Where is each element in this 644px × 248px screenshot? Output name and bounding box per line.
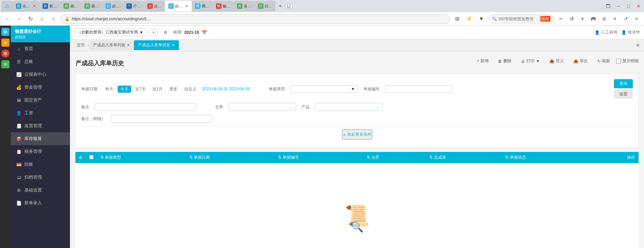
forward-button[interactable]: → bbox=[14, 14, 24, 24]
search-input[interactable] bbox=[498, 17, 539, 21]
more-icon[interactable]: ≡ bbox=[632, 14, 641, 24]
company-select[interactable]: （勿删勿禁用）江西服宝测试专用 ▼ bbox=[74, 28, 146, 36]
address-input[interactable]: 🔒 https://cloud.chanjet.com/accounting/u… bbox=[60, 14, 450, 24]
warehouse-dots[interactable]: … bbox=[288, 104, 293, 110]
th-number[interactable]: ⇅ 单据编号 bbox=[275, 152, 363, 163]
import-button[interactable]: 📥 导入 bbox=[546, 57, 567, 65]
th-total-cost[interactable]: ⇅ 总成本 bbox=[426, 152, 502, 163]
sidebar-item-archive[interactable]: 🗂 归档管理 bbox=[11, 171, 70, 184]
sidebar-item-inventory[interactable]: 📦 库存核算 bbox=[11, 132, 70, 145]
user-service-button[interactable]: 👤 人工咨询 bbox=[595, 29, 617, 35]
panel-close-button[interactable]: ✕ bbox=[636, 43, 640, 48]
date-btn-7days[interactable]: 近7天 bbox=[133, 86, 148, 93]
dropdown-button[interactable]: ▼ bbox=[477, 14, 486, 24]
th-date[interactable]: ⇅ 单据日期 bbox=[186, 152, 275, 163]
browser-tab-10[interactable]: 畅 畅… bbox=[213, 1, 234, 12]
note-filter-input[interactable] bbox=[95, 103, 196, 111]
browser-tab-1[interactable]: 在 在… ✕ bbox=[13, 1, 39, 12]
breadcrumb-tab-history[interactable]: 产成品入库单历史 ✕ bbox=[134, 40, 179, 50]
th-warehouse[interactable]: ⇅ 仓库 bbox=[363, 152, 426, 163]
sun-icon[interactable]: ☀ bbox=[610, 14, 620, 24]
browser-tab-5[interactable]: 好 好… bbox=[102, 1, 123, 12]
number-filter-input[interactable] bbox=[385, 85, 453, 93]
browser-tab-4[interactable]: 易 易… bbox=[81, 1, 102, 12]
breadcrumb-home[interactable]: 首页 bbox=[74, 42, 88, 48]
select-all-checkbox[interactable] bbox=[89, 155, 94, 159]
sidebar-item-salary[interactable]: 👤 工资 bbox=[11, 107, 70, 119]
sidebar-item-ledger[interactable]: ☰ 总账 bbox=[11, 55, 70, 68]
sidebar-item-report[interactable]: 📈 云报表中心 bbox=[11, 68, 70, 81]
product-filter-select[interactable]: … bbox=[315, 103, 383, 111]
maximize-button[interactable]: □ bbox=[624, 2, 633, 10]
sidebar-item-home[interactable]: ⌂ 首页 bbox=[11, 42, 70, 55]
browser-tab-8-active[interactable]: 好 好… ✕ bbox=[165, 1, 192, 12]
undo-icon[interactable]: ↺ bbox=[621, 14, 630, 24]
browser-tab-2[interactable]: 新 新… bbox=[39, 1, 60, 12]
calendar-icon[interactable]: 📅 bbox=[202, 30, 207, 35]
browser-tab-circle[interactable]: ⊙ bbox=[1, 1, 13, 12]
refresh-button[interactable]: ↻ 刷新 bbox=[594, 57, 614, 65]
date-btn-today[interactable]: 今天 bbox=[118, 86, 131, 93]
browser-tab-3[interactable]: 易 易… bbox=[60, 1, 81, 12]
browser-tab-12[interactable]: 目 目… bbox=[255, 1, 276, 12]
sidebar-item-checkout[interactable]: 💳 结账 bbox=[11, 158, 70, 171]
lightning-button[interactable]: ⚡ bbox=[464, 14, 474, 24]
add-company-button[interactable]: + bbox=[149, 29, 158, 36]
tab-close-8[interactable]: ✕ bbox=[185, 4, 188, 8]
app-icon-weibo[interactable]: 微 bbox=[1, 49, 9, 58]
restore-button[interactable]: 🗔 bbox=[604, 2, 612, 10]
game-icon[interactable]: 🎮 bbox=[589, 14, 598, 24]
app-icon-star[interactable]: ★ bbox=[1, 39, 9, 47]
th-status[interactable]: ⇅ 单据状态 bbox=[502, 152, 591, 163]
translate-icon[interactable]: 译 bbox=[567, 14, 576, 24]
date-btn-custom[interactable]: 自定义 bbox=[182, 86, 199, 93]
bc-tab-history-close[interactable]: ✕ bbox=[172, 43, 175, 47]
th-type[interactable]: ⇅ 单据类型 bbox=[97, 152, 186, 163]
date-btn-more[interactable]: 更多 bbox=[167, 86, 180, 93]
browser-tab-9[interactable]: 腾 腾… bbox=[192, 1, 213, 12]
app-icon-changjie[interactable]: 畅 bbox=[1, 28, 9, 36]
sidebar-item-fixed[interactable]: 🏛 固定资产 bbox=[11, 94, 70, 107]
collapse-button[interactable]: ∧ 收起更多条件 bbox=[342, 130, 372, 139]
search-bar[interactable]: 🔍 热搜 bbox=[488, 14, 554, 24]
home-button[interactable]: ⌂ bbox=[37, 14, 47, 24]
grid-menu-button[interactable]: ⊞ bbox=[452, 14, 462, 24]
bookmark-button[interactable]: ☆ bbox=[49, 14, 58, 24]
export-button[interactable]: 📤 导出 bbox=[570, 57, 591, 65]
sidebar-item-newdoc[interactable]: 📄 新单录入 bbox=[11, 197, 70, 209]
sidebar-item-fund[interactable]: 💰 资金管理 bbox=[11, 81, 70, 94]
print-button[interactable]: 🖨 打印 ▼ bbox=[518, 57, 543, 65]
th-checkbox[interactable] bbox=[86, 152, 97, 163]
back-button[interactable]: ← bbox=[3, 14, 12, 24]
product-dots[interactable]: … bbox=[375, 104, 380, 110]
warehouse-filter-select[interactable]: … bbox=[229, 103, 296, 111]
sidebar-item-invoice[interactable]: 🧾 发票管理 bbox=[11, 119, 70, 132]
browser-tab-11[interactable]: 各 各… bbox=[234, 1, 255, 12]
date-btn-1month[interactable]: 近1月 bbox=[150, 86, 166, 93]
bc-tab-list-close[interactable]: ✕ bbox=[127, 43, 130, 47]
set-button[interactable]: 设置 bbox=[614, 90, 633, 99]
grid-icon[interactable]: ⊞ bbox=[599, 14, 609, 24]
new-tab-button[interactable]: + bbox=[276, 1, 285, 11]
currency-icon[interactable]: ¥ bbox=[578, 14, 587, 24]
delete-button[interactable]: 🗑 删除 bbox=[495, 57, 515, 65]
detail-note-input[interactable] bbox=[111, 115, 212, 122]
sidebar-item-tax[interactable]: 📋 税务管理 bbox=[11, 145, 70, 158]
date-btn-yesterday[interactable]: 昨天 bbox=[103, 86, 116, 93]
browser-tab-7[interactable]: 企 企… bbox=[144, 1, 165, 12]
close-button[interactable]: ✕ bbox=[635, 2, 643, 10]
settings-button[interactable]: ⚙ bbox=[160, 29, 171, 36]
sidebar-item-basic[interactable]: ⚙ 基础设置 bbox=[11, 184, 70, 197]
th-settings[interactable]: ⚙ bbox=[75, 152, 86, 163]
breadcrumb-tab-list[interactable]: 产成品入库单列表 ✕ bbox=[89, 40, 134, 50]
scissors-icon[interactable]: ✂ bbox=[556, 14, 566, 24]
type-filter-select[interactable]: ▼ bbox=[290, 85, 358, 93]
minimize-button[interactable]: ─ bbox=[614, 2, 622, 10]
add-button[interactable]: + 新增 bbox=[474, 57, 492, 65]
app-icon-mail[interactable]: ✉ bbox=[1, 60, 9, 68]
user-avatar[interactable]: 👤 徐泽华 bbox=[621, 29, 640, 35]
refresh-button[interactable]: ↻ bbox=[26, 14, 35, 24]
show-detail-checkbox[interactable] bbox=[616, 59, 621, 64]
query-button[interactable]: 查询 bbox=[614, 79, 633, 88]
browser-tab-6[interactable]: 个 个… bbox=[123, 1, 144, 12]
